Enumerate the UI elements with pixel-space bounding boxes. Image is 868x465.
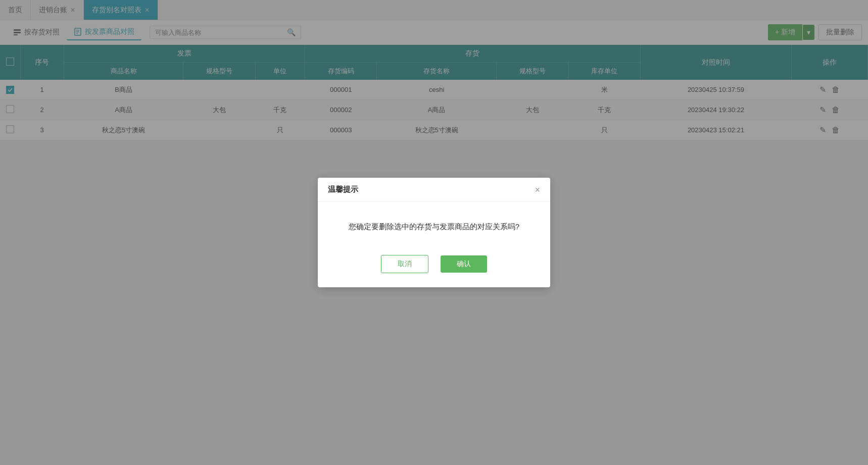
modal-overlay: 温馨提示 × 您确定要删除选中的存货与发票商品的对应关系吗? 取消 确认 [0, 0, 868, 140]
